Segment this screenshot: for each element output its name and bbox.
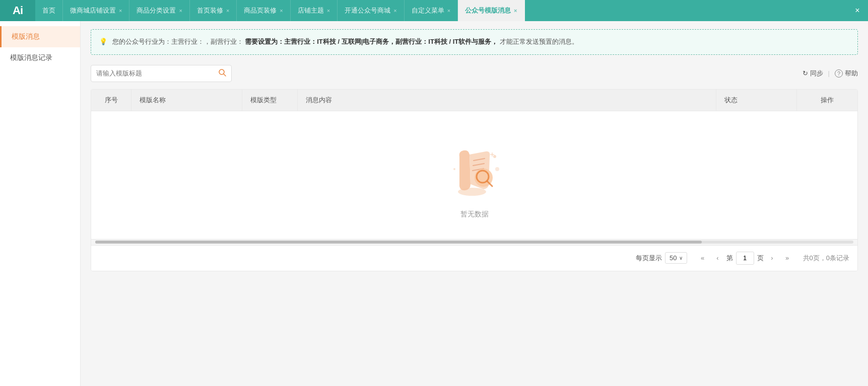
help-button[interactable]: ? 帮助: [835, 69, 858, 78]
main-layout: 模版消息模版消息记录 💡 您的公众号行业为：主营行业：，副营行业： 需要设置为：…: [0, 21, 868, 386]
tab-product-decor[interactable]: 商品页装修×: [237, 0, 290, 21]
empty-illustration: [444, 141, 505, 202]
svg-point-9: [493, 155, 496, 158]
prev-page-button[interactable]: ‹: [711, 252, 724, 265]
tab-shop-theme[interactable]: 店铺主题×: [291, 0, 338, 21]
notice-highlight: 需要设置为：主营行业：IT科技 / 互联网|电子商务，副营行业：IT科技 / I…: [245, 38, 498, 45]
table-header: 序号 模版名称 模版类型 消息内容 状态 操作: [91, 90, 857, 111]
tab-close-shop-theme[interactable]: ×: [327, 8, 330, 14]
app-logo: Ai: [0, 0, 35, 21]
tab-category-settings[interactable]: 商品分类设置×: [129, 0, 189, 21]
sidebar: 模版消息模版消息记录: [0, 21, 81, 386]
empty-text: 暂无数据: [460, 210, 489, 219]
sync-label: 同步: [810, 69, 823, 78]
search-input-wrapper[interactable]: [91, 65, 232, 82]
sidebar-item-template-message[interactable]: 模版消息: [0, 26, 80, 47]
sync-button[interactable]: ↻ 同步: [803, 69, 823, 78]
tab-homepage-decor[interactable]: 首页装修×: [190, 0, 237, 21]
tab-custom-menu[interactable]: 自定义菜单×: [405, 0, 458, 21]
col-header-type: 模版类型: [242, 90, 298, 111]
tab-template-msg[interactable]: 公众号模版消息×: [458, 0, 524, 21]
notice-suffix: 才能正常发送预置的消息。: [500, 38, 578, 45]
notice-prefix: 您的公众号行业为：主营行业：，副营行业：: [112, 38, 243, 45]
tab-close-template-msg[interactable]: ×: [514, 8, 517, 14]
content-area: 💡 您的公众号行业为：主营行业：，副营行业： 需要设置为：主营行业：IT科技 /…: [81, 21, 868, 386]
sidebar-item-template-message-record[interactable]: 模版消息记录: [0, 47, 80, 68]
col-header-action: 操作: [797, 90, 857, 111]
col-header-status: 状态: [716, 90, 797, 111]
first-page-button[interactable]: «: [696, 252, 709, 265]
tab-close-shop-settings[interactable]: ×: [119, 8, 122, 14]
svg-line-1: [224, 74, 226, 76]
dropdown-icon: ∨: [679, 255, 683, 261]
tab-home[interactable]: 首页: [35, 0, 63, 21]
page-size-dropdown[interactable]: 50 ∨: [665, 252, 687, 264]
tab-open-mall[interactable]: 开通公众号商城×: [338, 0, 404, 21]
search-actions: ↻ 同步 | ? 帮助: [803, 69, 858, 78]
page-navigation: « ‹ 第 页 › »: [696, 252, 794, 265]
global-close-button[interactable]: ×: [847, 0, 868, 21]
help-icon: ?: [835, 69, 843, 78]
pagination: 每页显示 50 ∨ « ‹ 第 页 › »: [91, 245, 857, 271]
tab-list: 首页微商城店铺设置×商品分类设置×首页装修×商品页装修×店铺主题×开通公众号商城…: [35, 0, 847, 21]
page-di-label: 第: [726, 254, 733, 263]
horizontal-scrollbar[interactable]: [91, 239, 857, 245]
search-bar: ↻ 同步 | ? 帮助: [91, 65, 858, 82]
search-input[interactable]: [96, 69, 219, 77]
help-label: 帮助: [845, 69, 858, 78]
page-size-value: 50: [670, 254, 677, 262]
sync-icon: ↻: [803, 69, 808, 77]
total-info: 共0页，0条记录: [803, 254, 849, 263]
col-header-content: 消息内容: [298, 90, 716, 111]
tab-close-product-decor[interactable]: ×: [280, 8, 283, 14]
top-navigation: Ai 首页微商城店铺设置×商品分类设置×首页装修×商品页装修×店铺主题×开通公众…: [0, 0, 868, 21]
next-page-button[interactable]: ›: [766, 252, 779, 265]
divider: |: [828, 69, 830, 77]
tab-close-category-settings[interactable]: ×: [179, 8, 182, 14]
tab-close-open-mall[interactable]: ×: [393, 8, 396, 14]
notice-icon: 💡: [99, 38, 107, 45]
svg-point-10: [453, 168, 455, 170]
page-size-select: 每页显示 50 ∨: [636, 252, 687, 264]
col-header-index: 序号: [91, 90, 131, 111]
page-number-input[interactable]: [736, 252, 754, 265]
page-size-label: 每页显示: [636, 254, 662, 263]
tab-shop-settings[interactable]: 微商城店铺设置×: [63, 0, 129, 21]
empty-state: 暂无数据: [91, 111, 857, 239]
page-label: 页: [757, 254, 764, 263]
svg-point-11: [495, 167, 499, 171]
col-header-name: 模版名称: [131, 90, 242, 111]
scrollbar-track: [95, 241, 853, 244]
notice-box: 💡 您的公众号行业为：主营行业：，副营行业： 需要设置为：主营行业：IT科技 /…: [91, 29, 858, 55]
last-page-button[interactable]: »: [781, 252, 794, 265]
search-button[interactable]: [219, 69, 226, 78]
tab-close-homepage-decor[interactable]: ×: [226, 8, 229, 14]
tab-close-custom-menu[interactable]: ×: [447, 8, 450, 14]
page-input-wrap: 第 页: [726, 252, 764, 265]
scrollbar-thumb[interactable]: [95, 241, 702, 244]
table-container: 序号 模版名称 模版类型 消息内容 状态 操作: [91, 89, 858, 271]
